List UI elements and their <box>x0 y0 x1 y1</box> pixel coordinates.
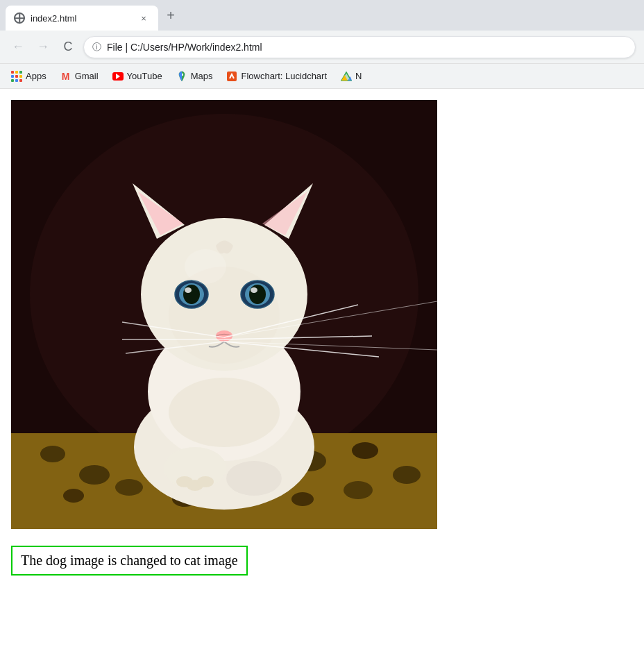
svg-point-49 <box>169 378 280 447</box>
svg-point-33 <box>185 287 192 293</box>
lucidchart-icon <box>226 71 237 82</box>
page-content: The dog image is changed to cat image <box>0 89 644 672</box>
bookmark-drive[interactable]: N <box>335 68 367 85</box>
browser-window: index2.html × + ← → C ⓘ File | C:/Users/… <box>0 0 644 672</box>
svg-point-15 <box>393 466 421 484</box>
reload-button[interactable]: C <box>58 37 78 57</box>
svg-point-55 <box>185 249 226 284</box>
tab-bar: index2.html × + <box>0 0 644 31</box>
gmail-icon: M <box>60 71 71 82</box>
bookmark-apps[interactable]: Apps <box>6 68 52 85</box>
caption-box: The dog image is changed to cat image <box>11 546 248 576</box>
url-bar[interactable]: ⓘ File | C:/Users/HP/Work/index2.html <box>83 36 636 58</box>
bookmark-gmail-label: Gmail <box>75 71 99 81</box>
svg-point-16 <box>63 489 84 503</box>
svg-point-17 <box>115 479 143 496</box>
svg-point-38 <box>251 287 257 293</box>
security-icon: ⓘ <box>92 41 101 53</box>
back-button[interactable]: ← <box>8 37 28 57</box>
bookmark-apps-label: Apps <box>26 71 46 81</box>
svg-point-20 <box>291 492 314 506</box>
drive-icon <box>341 71 352 82</box>
bookmarks-bar: Apps M Gmail YouTube <box>0 64 644 89</box>
svg-point-9 <box>79 465 110 485</box>
svg-point-8 <box>40 446 65 462</box>
apps-grid-icon <box>11 71 22 82</box>
address-bar: ← → C ⓘ File | C:/Users/HP/Work/index2.h… <box>0 31 644 64</box>
active-tab[interactable]: index2.html × <box>6 6 158 31</box>
bookmark-lucidchart[interactable]: Flowchart: Lucidchart <box>221 68 332 85</box>
svg-point-51 <box>226 461 282 496</box>
cat-image <box>11 100 437 529</box>
url-text: File | C:/Users/HP/Work/index2.html <box>107 42 262 53</box>
cat-image-container <box>11 100 437 529</box>
tab-title: index2.html <box>31 13 132 24</box>
maps-icon <box>176 71 187 82</box>
bookmark-maps-label: Maps <box>191 71 213 81</box>
svg-point-37 <box>249 285 266 304</box>
svg-point-14 <box>352 442 378 459</box>
cat-svg <box>11 100 437 529</box>
bookmark-youtube-label: YouTube <box>127 71 162 81</box>
tab-close-button[interactable]: × <box>137 12 150 24</box>
new-tab-button[interactable]: + <box>161 6 180 25</box>
bookmark-maps[interactable]: Maps <box>171 68 219 85</box>
bookmark-gmail[interactable]: M Gmail <box>55 68 104 85</box>
tab-favicon <box>14 12 25 24</box>
youtube-icon <box>112 71 124 82</box>
bookmark-youtube[interactable]: YouTube <box>107 68 168 85</box>
bookmark-drive-label: N <box>355 71 362 81</box>
svg-point-21 <box>344 481 373 499</box>
svg-point-54 <box>197 476 214 487</box>
forward-button[interactable]: → <box>33 37 53 57</box>
bookmark-lucidchart-label: Flowchart: Lucidchart <box>241 71 327 81</box>
svg-point-32 <box>183 285 200 304</box>
caption-text: The dog image is changed to cat image <box>21 553 238 568</box>
